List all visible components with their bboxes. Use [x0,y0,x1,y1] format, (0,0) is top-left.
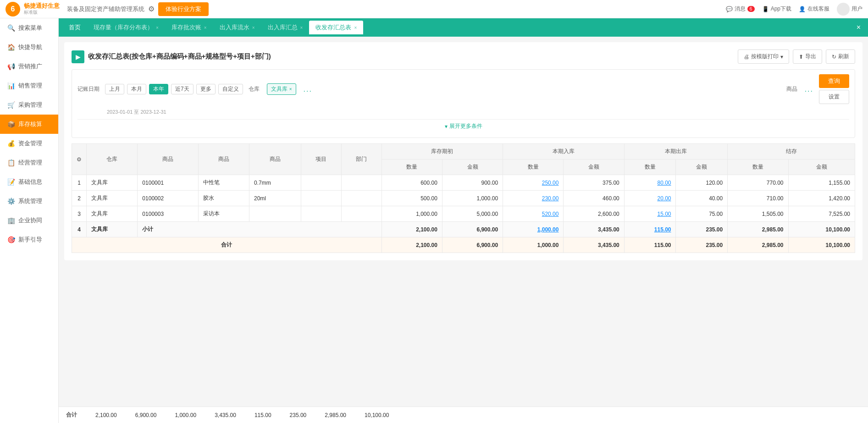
out-qty-link[interactable]: 20.00 [657,195,671,202]
st-bal-qty: 2,985.00 [728,222,788,237]
tab-recv-send-summary-label: 收发存汇总表 [315,23,351,32]
cell-out-amt: 75.00 [676,206,728,222]
user-item[interactable]: 用户 [837,3,862,16]
tab-in-out-flow[interactable]: 出入库流水 × [213,21,261,34]
tab-home[interactable]: 首页 [62,21,87,34]
tab-in-out-summary[interactable]: 出入库汇总 × [261,21,310,34]
date-btn-7days[interactable]: 近7天 [171,84,194,94]
refresh-btn-label: 刷新 [838,53,849,60]
sidebar-item-basic-info[interactable]: 📝 基础信息 [0,172,58,192]
main-page-card: ▶ 收发存汇总表(按仓库+商品编码+商品+规格型号+项目+部门) 🖨 按模版打印… [64,42,862,260]
cell-in-qty[interactable]: 250.00 [503,175,564,191]
out-qty-link[interactable]: 80.00 [657,180,671,186]
expand-more-btn[interactable]: ▾ 展开更多条件 [77,119,849,133]
trial-button[interactable]: 体验行业方案 [158,2,209,16]
sidebar-item-finance[interactable]: 💰 资金管理 [0,134,58,153]
th-settings[interactable]: ⚙ [72,144,87,175]
sidebar-item-enterprise[interactable]: 🏢 企业协同 [0,211,58,230]
cell-out-qty[interactable]: 15.00 [624,206,676,222]
date-label: 记账日期 [77,85,100,93]
top-settings-icon[interactable]: ⚙ [148,5,155,13]
date-btn-this-year[interactable]: 本年 [149,84,168,94]
service-icon: 👤 [799,6,806,12]
tab-batch-account[interactable]: 库存批次账 × [165,21,213,34]
message-label: 消息 [735,5,746,13]
sidebar-item-marketing[interactable]: 📢 营销推广 [0,57,58,76]
tab-inventory-dist-label: 现存量（库存分布表） [94,23,153,32]
printer-icon: 🖨 [744,54,749,60]
sidebar-item-guide[interactable]: 🎯 新手引导 [0,230,58,249]
cell-bal-amt: 1,420.00 [788,191,855,206]
sidebar-item-purchase[interactable]: 🛒 采购管理 [0,95,58,115]
cell-bal-amt: 7,525.00 [788,206,855,222]
cell-name: 中性笔 [198,175,249,191]
tab-bar-close[interactable]: × [853,23,864,32]
export-btn[interactable]: ⬆ 导出 [793,49,822,64]
goods-dots[interactable]: ... [805,85,813,93]
warehouse-tag-remove[interactable]: × [289,87,292,92]
purchase-icon: 🛒 [7,101,15,109]
tab-recv-send-summary[interactable]: 收发存汇总表 × [309,21,363,34]
sidebar-item-operations[interactable]: 📋 经营管理 [0,153,58,172]
brand-logo: 6 [6,2,20,16]
goods-label: 商品 [786,85,797,93]
in-qty-link[interactable]: 250.00 [542,180,559,186]
refresh-btn[interactable]: ↻ 刷新 [826,49,855,64]
cell-warehouse: 文具库 [87,206,138,222]
st-num: 4 [72,222,87,237]
cell-in-qty[interactable]: 520.00 [503,206,564,222]
message-badge: 6 [747,6,755,12]
collapse-btn[interactable]: ▶ [72,50,84,63]
cell-spec [249,206,301,222]
cell-spec: 0.7mm [249,175,301,191]
sidebar-item-sales[interactable]: 📊 销售管理 [0,76,58,95]
cell-spec: 20ml [249,191,301,206]
filter-bar: 记账日期 上月 本月 本年 近7天 更多 自定义 仓库 [77,74,849,104]
tab-inventory-dist[interactable]: 现存量（库存分布表） × [87,21,165,34]
footer-out-qty: 115.00 [254,412,271,418]
tab-recv-send-summary-close[interactable]: × [354,25,357,30]
cell-out-qty[interactable]: 80.00 [624,175,676,191]
footer-open-amt: 6,900.00 [135,412,157,418]
online-service-item[interactable]: 👤 在线客服 [799,5,829,13]
cell-out-qty[interactable]: 20.00 [624,191,676,206]
message-icon: 💬 [726,6,733,12]
enterprise-icon: 🏢 [7,217,15,224]
date-btn-custom[interactable]: 自定义 [218,84,243,94]
tab-batch-account-close[interactable]: × [204,25,207,30]
sidebar-item-search[interactable]: 🔍 搜索菜单 [0,18,58,38]
page-content: ▶ 收发存汇总表(按仓库+商品编码+商品+规格型号+项目+部门) 🖨 按模版打印… [59,37,868,423]
cell-in-qty[interactable]: 230.00 [503,191,564,206]
sidebar-item-quick-nav[interactable]: 🏠 快捷导航 [0,38,58,57]
print-btn[interactable]: 🖨 按模版打印 ▾ [738,49,789,64]
query-btn[interactable]: 查询 [819,74,849,88]
main-area: 🔍 搜索菜单 🏠 快捷导航 📢 营销推广 📊 销售管理 🛒 采购管 [0,18,868,423]
tab-in-out-flow-close[interactable]: × [252,25,255,30]
th-in-qty: 数量 [503,159,564,175]
basic-info-icon: 📝 [7,178,15,186]
sidebar-label-inventory: 库存核算 [18,120,42,128]
message-item[interactable]: 💬 消息 6 [726,5,755,13]
tab-inventory-dist-close[interactable]: × [156,25,159,30]
chevron-down-icon: ▾ [780,54,783,60]
out-qty-link[interactable]: 15.00 [657,211,671,217]
warehouse-tag-text: 文具库 [271,85,287,93]
warehouse-dots[interactable]: ... [304,85,312,93]
date-btn-last-month[interactable]: 上月 [105,84,124,94]
filter-settings-btn[interactable]: 设置 [819,90,849,104]
cell-code: 0100003 [138,206,198,222]
brand-text: 畅捷通好生意 标准版 [24,2,60,16]
tab-in-out-summary-close[interactable]: × [300,25,303,30]
sidebar-item-inventory[interactable]: 📦 库存核算 [0,115,58,134]
date-btn-more[interactable]: 更多 [196,84,216,94]
cell-dept [341,175,381,191]
footer-bal-qty: 2,985.00 [325,412,346,418]
in-qty-link[interactable]: 230.00 [542,195,559,202]
date-btn-this-month[interactable]: 本月 [127,84,146,94]
st-label: 小计 [138,222,381,237]
sidebar-label-sales: 销售管理 [18,82,42,90]
sidebar-item-system[interactable]: ⚙️ 系统管理 [0,192,58,211]
app-download-item[interactable]: 📱 App下载 [762,5,791,13]
table-row: 3 文具库 0100003 采访本 1,000.00 5,000.00 520.… [72,206,855,222]
in-qty-link[interactable]: 520.00 [542,211,559,217]
